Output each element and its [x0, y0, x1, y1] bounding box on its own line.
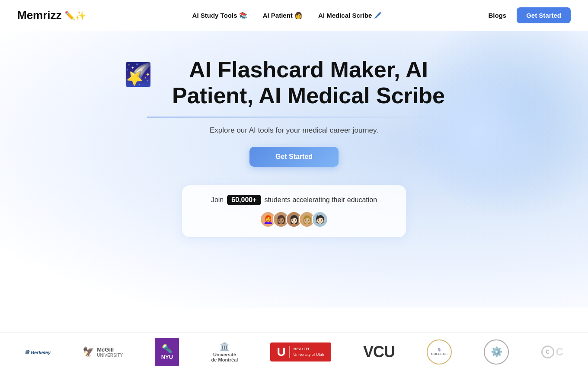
join-suffix: students accelerating their education [265, 196, 377, 204]
vcu-text: VCU [363, 343, 395, 361]
brand-icon: ✏️✨ [64, 10, 86, 21]
mcgill-text: 🦅 McGill UNIVERSITY [83, 346, 123, 358]
hero-title: AI Flashcard Maker, AI Patient, AI Medic… [153, 57, 464, 109]
nav-blogs-link[interactable]: Blogs [488, 12, 506, 19]
navbar: Memrizz ✏️✨ AI Study Tools 📚 AI Patient … [0, 0, 588, 31]
partial-text: C [556, 346, 563, 358]
logo-circle-seal: ⚙️ [484, 339, 509, 365]
avatar-row: 👩‍🦰 👩🏽 👩🏻 👩🏼 🧑🏻 [260, 211, 328, 228]
alabama-text: ⚕️COLLEGE [431, 348, 448, 356]
avatar-5: 🧑🏻 [312, 211, 328, 228]
join-count: 60,000+ [227, 195, 261, 205]
alabama-seal: ⚕️COLLEGE [427, 339, 452, 365]
brand-name: Memrizz [17, 9, 62, 22]
logo-partial: C C [541, 339, 563, 365]
hero-content: 🌠 AI Flashcard Maker, AI Patient, AI Med… [0, 31, 588, 238]
nav-links: AI Study Tools 📚 AI Patient 👩 AI Medical… [192, 12, 382, 19]
nyu-torch-icon: 🔦 [162, 343, 173, 354]
shooting-star-icon: 🌠 [124, 61, 152, 88]
hero-subtitle: Explore our AI tools for your medical ca… [210, 126, 378, 135]
nav-right: Blogs Get Started [488, 7, 571, 23]
hero-title-row: 🌠 AI Flashcard Maker, AI Patient, AI Med… [124, 57, 464, 109]
join-text: Join 60,000+ students accelerating their… [211, 195, 377, 205]
nyu-badge: 🔦 NYU [155, 338, 179, 366]
logo-vcu: VCU [363, 339, 395, 365]
montreal-text: 🏛️ Université de Montréal [211, 342, 238, 362]
logo-berkeley: 🏛 Berkeley [25, 339, 51, 365]
circle-seal-icon: ⚙️ [491, 346, 502, 358]
circle-seal-badge: ⚙️ [484, 339, 509, 365]
logo-utah-health: U HEALTH University of Utah [270, 339, 331, 365]
partial-logo: C C [541, 346, 563, 358]
logo-montreal: 🏛️ Université de Montréal [211, 339, 238, 365]
get-started-hero-button[interactable]: Get Started [249, 147, 339, 167]
nav-ai-scribe[interactable]: AI Medical Scribe 🖊️ [318, 12, 382, 19]
utah-u-letter: U [277, 346, 290, 358]
hero-section: 🌠 AI Flashcard Maker, AI Patient, AI Med… [0, 31, 588, 308]
utah-health-badge: U HEALTH University of Utah [270, 342, 331, 361]
join-prefix: Join [211, 196, 224, 204]
logo-mcgill: 🦅 McGill UNIVERSITY [83, 339, 123, 365]
logo-nyu: 🔦 NYU [155, 339, 179, 365]
get-started-nav-button[interactable]: Get Started [517, 7, 571, 23]
logos-bar: 🏛 Berkeley 🦅 McGill UNIVERSITY 🔦 NYU 🏛️ … [0, 332, 588, 371]
utah-health-text: HEALTH University of Utah [294, 346, 324, 357]
hero-divider [147, 117, 441, 117]
nav-study-tools[interactable]: AI Study Tools 📚 [192, 12, 247, 19]
join-card: Join 60,000+ students accelerating their… [182, 185, 406, 238]
logo-alabama: ⚕️COLLEGE [427, 339, 452, 365]
nyu-label: NYU [161, 354, 173, 360]
partial-icon: C [541, 346, 554, 358]
nav-ai-patient[interactable]: AI Patient 👩 [263, 12, 303, 19]
brand-logo[interactable]: Memrizz ✏️✨ [17, 9, 86, 22]
berkeley-text: 🏛 Berkeley [25, 349, 51, 355]
